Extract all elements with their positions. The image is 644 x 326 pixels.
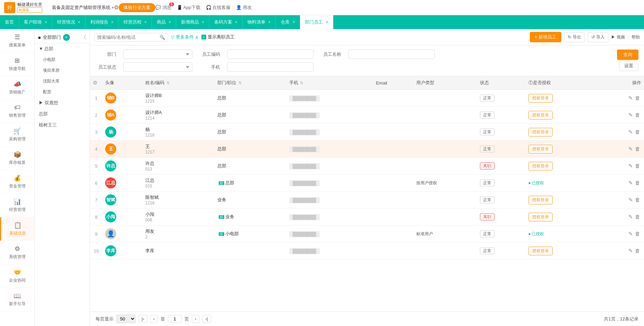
- delete-btn[interactable]: 🗑: [634, 197, 641, 203]
- row-auth[interactable]: 授权登录: [526, 90, 597, 107]
- delete-btn[interactable]: 🗑: [634, 112, 641, 118]
- add-employee-button[interactable]: + 新增员工: [530, 32, 561, 42]
- dept-shuanglu[interactable]: ▶ 双鹿想: [35, 97, 90, 108]
- nav-customer[interactable]: 客户联络 ×: [19, 15, 52, 29]
- auth-login-btn[interactable]: 授权登录: [528, 196, 553, 204]
- dept-add-btn[interactable]: +: [63, 34, 70, 41]
- dept-collapse-btn[interactable]: 《: [81, 34, 86, 41]
- sidebar-item-marketing[interactable]: 📣 营销推广: [0, 76, 34, 100]
- emp-name-filter-input[interactable]: [348, 50, 435, 59]
- sidebar-item-search[interactable]: ☰ 搜索菜单: [0, 29, 34, 53]
- edit-btn[interactable]: ✎: [627, 197, 634, 203]
- sidebar-item-inventory[interactable]: 📦 库存核算: [0, 147, 34, 170]
- dept-xiangmukufang[interactable]: 项目库房: [35, 65, 90, 76]
- phone-filter-input[interactable]: [227, 62, 314, 72]
- search-input[interactable]: [97, 35, 160, 40]
- gear-button[interactable]: ⚙: [114, 4, 119, 11]
- first-page-btn[interactable]: |‹: [138, 315, 147, 323]
- delete-btn[interactable]: 🗑: [634, 95, 641, 101]
- auth-login-btn[interactable]: 授权登录: [528, 247, 553, 255]
- page-number-input[interactable]: [168, 315, 182, 323]
- sidebar-item-purchase[interactable]: 🛒 采购管理: [0, 123, 34, 147]
- prev-page-btn[interactable]: ‹: [150, 315, 158, 323]
- view-button[interactable]: ▶ 视频: [611, 34, 625, 40]
- emp-code-filter-input[interactable]: [227, 50, 314, 59]
- delete-btn[interactable]: 🗑: [634, 163, 641, 169]
- emp-status-filter-select[interactable]: [123, 62, 192, 72]
- search-icon[interactable]: 🔍: [160, 35, 165, 40]
- auth-login-btn[interactable]: 授权登录: [528, 213, 553, 221]
- row-auth[interactable]: 授权登录: [526, 243, 597, 259]
- nav-add-goods[interactable]: 新增商品 ×: [176, 15, 209, 29]
- edit-btn[interactable]: ✎: [627, 180, 634, 186]
- col-name[interactable]: 姓名/编码 ⇅: [143, 76, 215, 90]
- nav-home[interactable]: 首页: [0, 15, 19, 29]
- delete-btn[interactable]: 🗑: [634, 146, 641, 152]
- user-avatar[interactable]: 👤 用友: [236, 5, 252, 11]
- nav-operation[interactable]: 经营情况 ×: [52, 15, 85, 29]
- auth-login-btn[interactable]: 授权登录: [528, 162, 553, 170]
- edit-btn[interactable]: ✎: [627, 112, 634, 118]
- row-auth[interactable]: 授权登录: [526, 124, 597, 141]
- import-button[interactable]: ↺ 导入: [588, 32, 608, 42]
- nav-barcode[interactable]: 条码方案 ×: [209, 15, 243, 29]
- sidebar-item-collab[interactable]: 🤝 企业协同: [0, 264, 34, 288]
- delete-btn[interactable]: 🗑: [634, 248, 641, 254]
- dept-filter-select[interactable]: [123, 50, 192, 59]
- dept-zongbu2[interactable]: 总部: [35, 108, 90, 120]
- dept-zongbu-header[interactable]: ▼ 总部: [35, 43, 90, 54]
- dept-peihuo[interactable]: 配货: [35, 87, 90, 97]
- app-download[interactable]: 📱 App下载: [177, 5, 200, 11]
- edit-btn[interactable]: ✎: [627, 95, 634, 101]
- last-page-btn[interactable]: ›|: [202, 315, 211, 323]
- export-button[interactable]: ↻ 导出: [564, 32, 585, 42]
- row-auth[interactable]: 授权登录: [526, 141, 597, 158]
- online-service[interactable]: 🎧 在线客服: [206, 5, 231, 11]
- auth-login-btn[interactable]: 授权登录: [528, 145, 553, 153]
- show-resign-check[interactable]: ✓ 显示离职员工: [201, 34, 235, 40]
- nav-dept-employee[interactable]: 部门员工 ×: [300, 15, 333, 29]
- delete-btn[interactable]: 🗑: [634, 231, 641, 237]
- sidebar-item-basic[interactable]: 📋 基础信息: [0, 217, 34, 241]
- auth-login-btn[interactable]: 授权登录: [528, 111, 553, 120]
- edit-btn[interactable]: ✎: [627, 129, 634, 135]
- sidebar-item-guide[interactable]: 📖 新手引导: [0, 288, 34, 311]
- help-button[interactable]: 帮助: [632, 34, 640, 40]
- sidebar-item-sales[interactable]: 🏷 销售管理: [0, 100, 34, 123]
- show-resign-checkbox[interactable]: ✓: [201, 35, 206, 39]
- delete-btn[interactable]: 🗑: [634, 214, 641, 220]
- next-page-btn[interactable]: ›: [192, 315, 199, 323]
- row-auth[interactable]: 授权登录: [526, 209, 597, 226]
- col-phone[interactable]: 手机 ⇅: [287, 76, 373, 90]
- nav-profit[interactable]: 利润报告 ×: [85, 15, 119, 29]
- col-dept[interactable]: 部门/职位 ⇅: [215, 76, 287, 90]
- sidebar-item-quicknav[interactable]: ⊞ 快捷导航: [0, 53, 34, 76]
- row-auth[interactable]: 授权登录: [526, 107, 597, 124]
- dept-xiaodianbu[interactable]: 小电部: [35, 54, 90, 65]
- delete-btn[interactable]: 🗑: [634, 180, 641, 186]
- edit-btn[interactable]: ✎: [627, 248, 634, 254]
- sidebar-item-system[interactable]: ⚙ 系统管理: [0, 241, 34, 264]
- edit-btn[interactable]: ✎: [627, 163, 634, 169]
- dept-zhishu[interactable]: 植树王三: [35, 120, 90, 131]
- delete-btn[interactable]: 🗑: [634, 129, 641, 135]
- nav-warehouse[interactable]: 仓库 ×: [276, 15, 300, 29]
- query-button[interactable]: 查询: [617, 50, 638, 60]
- trial-button[interactable]: 体验行业方案: [119, 3, 155, 12]
- message-icon[interactable]: 💬 消息 5: [155, 5, 171, 11]
- edit-btn[interactable]: ✎: [627, 231, 634, 237]
- sidebar-item-finance[interactable]: 💰 资金管理: [0, 170, 34, 194]
- dept-shenyangdaku[interactable]: 沈阳大库: [35, 76, 90, 87]
- row-auth[interactable]: 授权登录: [526, 158, 597, 175]
- nav-goods[interactable]: 商品 ×: [152, 15, 176, 29]
- sidebar-item-biz[interactable]: 📊 经营管理: [0, 194, 34, 217]
- more-conditions-btn[interactable]: ▽ 更多条件 ∧: [171, 34, 199, 40]
- row-auth[interactable]: 授权登录: [526, 192, 597, 209]
- edit-btn[interactable]: ✎: [627, 146, 634, 152]
- nav-bom[interactable]: 物料清单 ×: [243, 15, 276, 29]
- auth-login-btn[interactable]: 授权登录: [528, 94, 553, 103]
- nav-history[interactable]: 经营历程 ×: [119, 15, 152, 29]
- edit-btn[interactable]: ✎: [627, 214, 634, 220]
- setting-button[interactable]: 设置: [619, 61, 638, 71]
- auth-login-btn[interactable]: 授权登录: [528, 128, 553, 136]
